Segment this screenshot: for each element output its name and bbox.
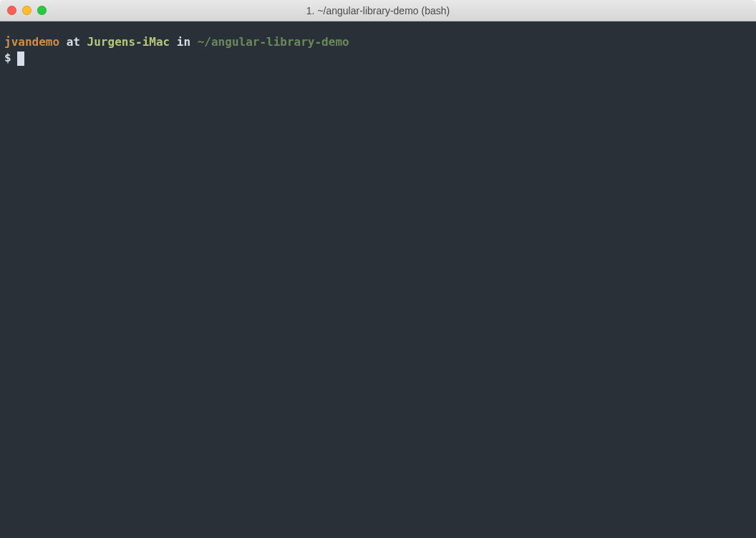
- zoom-button[interactable]: [37, 6, 47, 15]
- prompt-user: jvandemo: [4, 35, 59, 49]
- close-button[interactable]: [7, 6, 16, 15]
- prompt-symbol: $: [4, 50, 11, 66]
- command-input-line[interactable]: $: [4, 50, 752, 66]
- prompt-in: in: [170, 35, 198, 49]
- terminal-body[interactable]: jvandemo at Jurgens-iMac in ~/angular-li…: [0, 21, 756, 538]
- traffic-lights: [7, 6, 47, 15]
- window-titlebar: 1. ~/angular-library-demo (bash): [0, 0, 756, 21]
- prompt-line: jvandemo at Jurgens-iMac in ~/angular-li…: [4, 34, 752, 50]
- terminal-cursor: [17, 52, 24, 66]
- window-title: 1. ~/angular-library-demo (bash): [0, 5, 756, 16]
- prompt-host: Jurgens-iMac: [87, 35, 170, 49]
- prompt-at: at: [59, 35, 87, 49]
- terminal-window: 1. ~/angular-library-demo (bash) jvandem…: [0, 0, 756, 538]
- minimize-button[interactable]: [22, 6, 32, 15]
- prompt-path: ~/angular-library-demo: [198, 35, 349, 49]
